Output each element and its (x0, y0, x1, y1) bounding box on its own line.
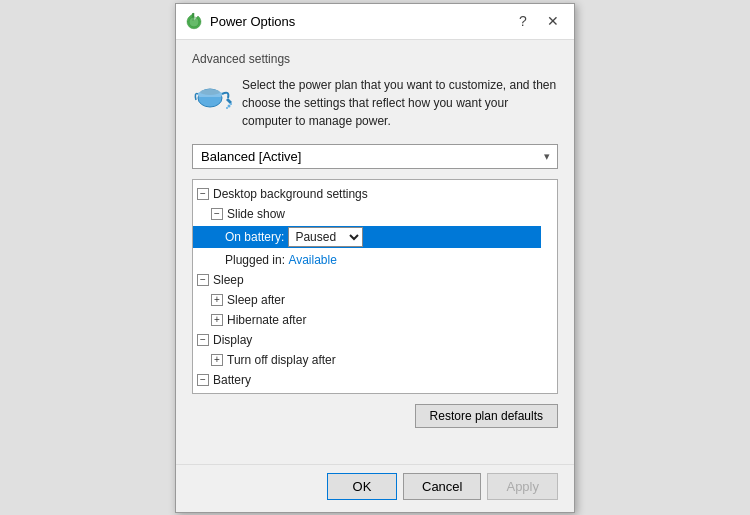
collapse-icon[interactable]: − (197, 374, 209, 386)
tree-row-hibernate-after[interactable]: + Hibernate after (193, 312, 541, 328)
description-area: Select the power plan that you want to c… (192, 76, 558, 130)
collapse-icon[interactable]: − (197, 334, 209, 346)
ok-button[interactable]: OK (327, 473, 397, 500)
collapse-icon[interactable]: − (197, 188, 209, 200)
tree-row-plugged-in[interactable]: Plugged in: Available (193, 252, 541, 268)
tree-row-sleep[interactable]: − Sleep (193, 272, 541, 288)
list-item: + Sleep after (193, 290, 541, 310)
settings-box: − Desktop background settings − Slide sh… (192, 179, 558, 394)
list-item: + Critical battery notification (193, 390, 541, 393)
tree-label: Plugged in: (225, 253, 288, 267)
plan-select[interactable]: Balanced [Active] High performance Power… (192, 144, 558, 169)
plan-select-wrapper[interactable]: Balanced [Active] High performance Power… (192, 144, 558, 169)
list-item: − Display (193, 330, 541, 350)
plugged-in-value: Available (288, 253, 336, 267)
svg-point-3 (200, 89, 220, 95)
cancel-button[interactable]: Cancel (403, 473, 481, 500)
window-controls: ? ✕ (510, 10, 566, 32)
tree-label: Display (213, 333, 252, 347)
list-item: − Slide show (193, 204, 541, 224)
expand-icon[interactable]: + (211, 354, 223, 366)
svg-point-5 (230, 103, 232, 105)
collapse-icon[interactable]: − (211, 208, 223, 220)
tree-label: Battery (213, 373, 251, 387)
section-label: Advanced settings (192, 52, 558, 66)
collapse-icon[interactable]: − (197, 274, 209, 286)
tree-row-slideshow[interactable]: − Slide show (193, 206, 541, 222)
tree-label: Desktop background settings (213, 187, 368, 201)
tree-row-sleep-after[interactable]: + Sleep after (193, 292, 541, 308)
help-button[interactable]: ? (510, 10, 536, 32)
description-text: Select the power plan that you want to c… (242, 76, 558, 130)
tree-label: Slide show (227, 207, 285, 221)
window-icon (184, 11, 204, 31)
list-item: On battery: Paused Available (193, 224, 541, 250)
tree-row-turn-off-display[interactable]: + Turn off display after (193, 352, 541, 368)
tree-row-on-battery[interactable]: On battery: Paused Available (193, 226, 541, 248)
svg-point-4 (228, 104, 231, 107)
description-icon (192, 76, 232, 116)
title-bar: Power Options ? ✕ (176, 4, 574, 40)
expand-icon[interactable]: + (211, 314, 223, 326)
window-title: Power Options (210, 14, 510, 29)
list-item: − Desktop background settings (193, 184, 541, 204)
list-item: − Sleep (193, 270, 541, 290)
on-battery-select[interactable]: Paused Available (288, 227, 363, 247)
tree-label: On battery: (225, 230, 284, 244)
main-content: Advanced settings Select the power plan … (176, 40, 574, 464)
plan-dropdown-row: Balanced [Active] High performance Power… (192, 144, 558, 169)
tree-row-display[interactable]: − Display (193, 332, 541, 348)
power-options-window: Power Options ? ✕ Advanced settings (175, 3, 575, 513)
apply-button[interactable]: Apply (487, 473, 558, 500)
tree-label: Sleep after (227, 293, 285, 307)
svg-point-0 (189, 17, 199, 27)
tree-label: Turn off display after (227, 353, 336, 367)
restore-plan-defaults-button[interactable]: Restore plan defaults (415, 404, 558, 428)
list-item: Plugged in: Available (193, 250, 541, 270)
list-item: + Turn off display after (193, 350, 541, 370)
close-button[interactable]: ✕ (540, 10, 566, 32)
settings-list[interactable]: − Desktop background settings − Slide sh… (193, 180, 557, 393)
dialog-buttons: OK Cancel Apply (176, 464, 574, 512)
tree-row-desktop-bg[interactable]: − Desktop background settings (193, 186, 541, 202)
list-item: − Battery (193, 370, 541, 390)
tree-row-battery[interactable]: − Battery (193, 372, 541, 388)
svg-point-6 (226, 107, 228, 109)
list-item: + Hibernate after (193, 310, 541, 330)
expand-icon[interactable]: + (211, 294, 223, 306)
tree-label: Sleep (213, 273, 244, 287)
tree-row-critical-battery[interactable]: + Critical battery notification (193, 392, 541, 393)
tree-label: Hibernate after (227, 313, 306, 327)
